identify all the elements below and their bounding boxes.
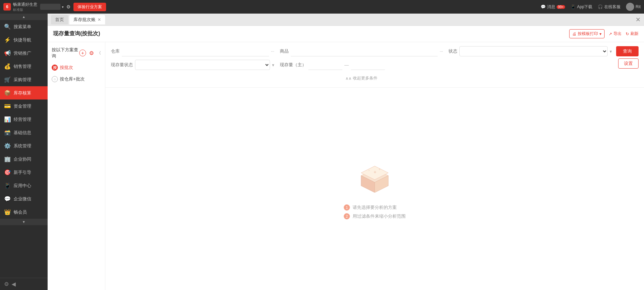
left-panel-header: 按以下方案查询 + ⚙ 《 (48, 46, 105, 62)
left-panel-actions: + ⚙ 《 (79, 50, 101, 56)
hint-1-text: 请先选择要分析的方案 (353, 204, 397, 211)
sidebar-item-enterprise[interactable]: 🏢 企业协同 (0, 152, 48, 166)
app-download-action[interactable]: 📱 App下载 (571, 4, 592, 10)
sidebar-item-wechat[interactable]: 💬 企业微信 (0, 192, 48, 205)
query-button[interactable]: 查询 (616, 46, 639, 56)
empty-svg: ✦ ✦ ✦ (354, 159, 395, 193)
sidebar-item-search[interactable]: 🔍 搜索菜单 (0, 20, 48, 33)
collapse-row[interactable]: ∧∧ 收起更多条件 (111, 73, 612, 83)
inv-status-dropdown-icon: ▾ (272, 62, 274, 68)
template-dropdown-icon: ▾ (599, 32, 601, 36)
status-select[interactable] (459, 46, 608, 56)
sidebar-item-finance[interactable]: 💳 资金管理 (0, 99, 48, 113)
search-icon: 🔍 (4, 23, 11, 30)
sidebar-item-label: 系统管理 (14, 143, 31, 149)
logo-area: 6 畅康通好生意 标准版 (3, 2, 37, 12)
export-icon: ↗ (609, 32, 612, 36)
refresh-icon: ↻ (626, 32, 629, 36)
tab-bar-close-icon[interactable]: ✕ (635, 16, 641, 23)
sidebar-settings-icon[interactable]: ⚙ (4, 281, 9, 287)
template-print-label: 按模板打印 (578, 31, 598, 37)
header-right: 💬 消息 99+ 📱 App下载 🎧 在线客服 Rit (541, 3, 641, 11)
top-header: 6 畅康通好生意 标准版 ▾ ⚙ 体验行业方案 💬 消息 99+ 📱 App下载… (0, 0, 644, 14)
schema-inactive-icon: ○ (52, 76, 58, 82)
headset-icon: 🎧 (598, 4, 603, 9)
product-filter: 商品 ··· (280, 46, 443, 56)
nav-dropdown-icon[interactable]: ▾ (62, 5, 64, 9)
svg-text:✦: ✦ (373, 169, 377, 175)
sidebar-item-label: 企业协同 (14, 156, 31, 162)
warehouse-more[interactable]: ··· (271, 49, 274, 54)
sidebar-item-quick-nav[interactable]: ⚡ 快捷导航 (0, 33, 48, 47)
members-icon: 👑 (4, 209, 11, 215)
experience-button[interactable]: 体验行业方案 (73, 3, 106, 11)
panel-settings-button[interactable]: ⚙ (88, 50, 95, 56)
empty-hint-1: 1 请先选择要分析的方案 (344, 204, 406, 211)
template-print-button[interactable]: 🖨 按模板打印 ▾ (569, 29, 605, 38)
sidebar-item-label: 营销推广 (14, 50, 31, 56)
sidebar-item-system[interactable]: ⚙️ 系统管理 (0, 139, 48, 152)
warehouse-label: 仓库 (111, 48, 120, 54)
sidebar-item-label: 畅会员 (14, 209, 27, 215)
warehouse-input[interactable] (122, 46, 269, 56)
brand-info: 畅康通好生意 标准版 (13, 2, 37, 12)
left-panel: 按以下方案查询 + ⚙ 《 按 按批次 ○ 按仓库+批次 (48, 42, 105, 290)
sidebar-item-marketing[interactable]: 📢 营销推广 (0, 47, 48, 60)
message-action[interactable]: 💬 消息 99+ (541, 4, 565, 10)
sidebar-scroll-up[interactable]: ▲ (0, 14, 48, 20)
sidebar-scroll-down[interactable]: ▼ (0, 219, 48, 225)
user-action[interactable]: Rit (626, 3, 641, 11)
sidebar-item-operations[interactable]: 📊 经营管理 (0, 113, 48, 126)
tab-bar: 首页 库存批次账 ✕ ✕ (48, 14, 644, 26)
quick-nav-icon: ⚡ (4, 37, 11, 43)
wechat-icon: 💬 (4, 196, 11, 202)
header-nav: ▾ (40, 4, 64, 10)
sidebar-item-inventory[interactable]: 📦 库存核算 (0, 86, 48, 99)
tab-inventory-batch-close[interactable]: ✕ (98, 17, 101, 22)
inventory-quantity-min[interactable] (308, 60, 342, 70)
tab-home-label: 首页 (55, 17, 64, 23)
online-service-action[interactable]: 🎧 在线客服 (598, 4, 621, 10)
content-area: 首页 库存批次账 ✕ ✕ 现存量查询(按批次) 🖨 按模板打印 ▾ ↗ 导出 (48, 14, 644, 290)
schema-item-warehouse-batch[interactable]: ○ 按仓库+批次 (48, 73, 105, 85)
schema-active-icon: 按 (52, 65, 58, 71)
app-logo: 6 (3, 3, 11, 11)
page-title: 现存量查询(按批次) (53, 30, 100, 37)
export-button[interactable]: ↗ 导出 (609, 31, 622, 37)
inventory-quantity-max[interactable] (351, 60, 385, 70)
marketing-icon: 📢 (4, 50, 11, 56)
nav-placeholder[interactable] (40, 4, 61, 10)
sidebar-item-sales[interactable]: 💰 销售管理 (0, 60, 48, 73)
sidebar-collapse-icon[interactable]: ◀ (12, 281, 16, 287)
sidebar-item-basic-info[interactable]: 🗃️ 基础信息 (0, 126, 48, 139)
inventory-status-select[interactable] (135, 60, 270, 70)
set-button[interactable]: 设置 (618, 58, 639, 69)
printer-icon: 🖨 (572, 32, 576, 36)
tab-home[interactable]: 首页 (51, 15, 68, 24)
product-more[interactable]: ··· (440, 49, 443, 54)
sidebar-bottom: ⚙ ◀ (0, 278, 48, 290)
main-layout: ▲ 🔍 搜索菜单 ⚡ 快捷导航 📢 营销推广 💰 销售管理 🛒 采购管理 📦 库… (0, 14, 644, 290)
collapse-label: 收起更多条件 (353, 75, 377, 81)
status-filter: 状态 ▾ (448, 46, 612, 56)
header-settings-icon[interactable]: ⚙ (66, 4, 71, 10)
brand-name: 畅康通好生意 (13, 2, 37, 7)
filter-rows-container: 仓库 ··· 商品 ··· 状态 (111, 46, 639, 83)
tab-inventory-batch[interactable]: 库存批次账 ✕ (69, 15, 105, 24)
message-icon: 💬 (541, 4, 546, 9)
basic-info-icon: 🗃️ (4, 129, 11, 136)
sidebar-item-app-center[interactable]: 📱 应用中心 (0, 179, 48, 192)
sidebar-item-newbie[interactable]: 🎯 新手引导 (0, 166, 48, 179)
sidebar-item-purchase[interactable]: 🛒 采购管理 (0, 73, 48, 86)
sidebar-item-members[interactable]: 👑 畅会员 (0, 205, 48, 219)
schema-item-batch[interactable]: 按 按批次 (48, 62, 105, 73)
product-input[interactable] (291, 46, 438, 56)
filter-buttons: 查询 设置 (612, 46, 639, 69)
user-name: Rit (635, 4, 641, 9)
panel-add-button[interactable]: + (79, 50, 86, 56)
sidebar-item-label: 企业微信 (14, 196, 31, 202)
filter-inputs: 仓库 ··· 商品 ··· 状态 (111, 46, 612, 83)
inventory-icon: 📦 (4, 90, 11, 96)
refresh-button[interactable]: ↻ 刷新 (626, 31, 639, 37)
panel-collapse-button[interactable]: 《 (97, 50, 101, 56)
